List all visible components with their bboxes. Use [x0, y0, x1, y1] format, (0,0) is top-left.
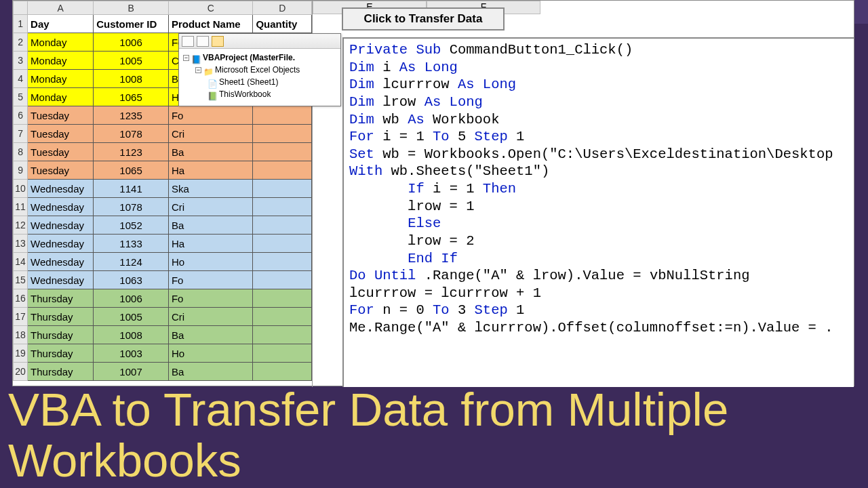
cell[interactable]: 1003	[94, 344, 169, 363]
row-header[interactable]: 7	[14, 125, 28, 143]
vba-project-explorer[interactable]: −📘VBAProject (MasterFile. −📁Microsoft Ex…	[178, 33, 341, 106]
row-header[interactable]: 1	[14, 15, 28, 33]
row-header[interactable]: 2	[14, 33, 28, 52]
cell[interactable]: 1133	[94, 235, 169, 253]
cell[interactable]: Product Name	[168, 15, 253, 33]
cell[interactable]: 1124	[94, 253, 169, 271]
view-code-icon[interactable]	[182, 36, 194, 47]
cell[interactable]: Monday	[28, 88, 94, 106]
cell[interactable]	[253, 180, 312, 198]
row-header[interactable]: 20	[14, 363, 28, 381]
cell[interactable]: Ba	[168, 326, 253, 344]
cell[interactable]: Ha	[168, 161, 253, 180]
cell[interactable]: Thursday	[28, 308, 94, 326]
cell[interactable]	[253, 271, 312, 289]
row-header[interactable]: 8	[14, 143, 28, 161]
transfer-data-button[interactable]: Click to Transfer Data	[342, 7, 505, 30]
cell[interactable]: 1005	[94, 52, 169, 70]
row-header[interactable]: 19	[14, 344, 28, 363]
cell[interactable]: Ba	[168, 216, 253, 235]
cell[interactable]: 1007	[94, 363, 169, 381]
cell[interactable]: 1065	[94, 161, 169, 180]
cell[interactable]	[253, 363, 312, 381]
cell[interactable]: 1065	[94, 88, 169, 106]
collapse-icon[interactable]: −	[183, 55, 189, 61]
cell[interactable]	[253, 344, 312, 363]
cell[interactable]	[253, 125, 312, 143]
cell[interactable]: Thursday	[28, 363, 94, 381]
cell[interactable]: Wednesday	[28, 235, 94, 253]
row-header[interactable]: 6	[14, 106, 28, 125]
cell[interactable]: Tuesday	[28, 161, 94, 180]
view-object-icon[interactable]	[197, 36, 209, 47]
cell[interactable]: Thursday	[28, 344, 94, 363]
cell[interactable]: Wednesday	[28, 253, 94, 271]
cell[interactable]	[253, 308, 312, 326]
cell[interactable]	[253, 198, 312, 216]
row-header[interactable]: 3	[14, 52, 28, 70]
cell[interactable]: Ha	[168, 235, 253, 253]
tree-item-sheet1[interactable]: Sheet1 (Sheet1)	[219, 76, 278, 88]
cell[interactable]: 1005	[94, 308, 169, 326]
cell[interactable]: Thursday	[28, 289, 94, 308]
cell[interactable]: Cri	[168, 198, 253, 216]
cell[interactable]: 1078	[94, 198, 169, 216]
cell[interactable]: Quantity	[253, 15, 312, 33]
cell[interactable]: Fo	[168, 106, 253, 125]
cell[interactable]: Ska	[168, 180, 253, 198]
cell[interactable]: Monday	[28, 70, 94, 88]
cell[interactable]: 1008	[94, 326, 169, 344]
cell[interactable]: Wednesday	[28, 198, 94, 216]
cell[interactable]: Tuesday	[28, 106, 94, 125]
row-header[interactable]: 18	[14, 326, 28, 344]
cell[interactable]	[253, 106, 312, 125]
collapse-icon[interactable]: −	[195, 67, 201, 73]
cell[interactable]: 1063	[94, 271, 169, 289]
col-header-C[interactable]: C	[168, 1, 253, 15]
cell[interactable]: 1078	[94, 125, 169, 143]
folder-toggle-icon[interactable]	[212, 36, 224, 47]
vba-code-pane[interactable]: Private Sub CommandButton1_Click()Dim i …	[342, 37, 854, 387]
cell[interactable]: Wednesday	[28, 180, 94, 198]
row-header[interactable]: 10	[14, 180, 28, 198]
cell[interactable]	[253, 253, 312, 271]
cell[interactable]: Ho	[168, 253, 253, 271]
cell[interactable]	[253, 289, 312, 308]
row-header[interactable]: 12	[14, 216, 28, 235]
row-header[interactable]: 5	[14, 88, 28, 106]
project-folder[interactable]: Microsoft Excel Objects	[215, 64, 300, 76]
cell[interactable]: Wednesday	[28, 216, 94, 235]
col-header-A[interactable]: A	[28, 1, 94, 15]
row-header[interactable]: 15	[14, 271, 28, 289]
cell[interactable]: Ho	[168, 344, 253, 363]
col-header-B[interactable]: B	[94, 1, 169, 15]
cell[interactable]: Customer ID	[94, 15, 169, 33]
cell[interactable]: Cri	[168, 308, 253, 326]
cell[interactable]: Fo	[168, 271, 253, 289]
row-header[interactable]: 14	[14, 253, 28, 271]
cell[interactable]: 1006	[94, 289, 169, 308]
cell[interactable]: Ba	[168, 143, 253, 161]
row-header[interactable]: 9	[14, 161, 28, 180]
cell[interactable]	[253, 326, 312, 344]
cell[interactable]: 1141	[94, 180, 169, 198]
cell[interactable]: Cri	[168, 125, 253, 143]
cell[interactable]: Wednesday	[28, 271, 94, 289]
col-header-D[interactable]: D	[253, 1, 312, 15]
cell[interactable]: 1123	[94, 143, 169, 161]
tree-item-thisworkbook[interactable]: ThisWorkbook	[219, 88, 271, 100]
row-header[interactable]: 16	[14, 289, 28, 308]
cell[interactable]: 1052	[94, 216, 169, 235]
cell[interactable]: 1008	[94, 70, 169, 88]
cell[interactable]	[253, 143, 312, 161]
project-root[interactable]: VBAProject (MasterFile.	[203, 52, 295, 64]
cell[interactable]: Tuesday	[28, 143, 94, 161]
row-header[interactable]: 13	[14, 235, 28, 253]
project-tree[interactable]: −📘VBAProject (MasterFile. −📁Microsoft Ex…	[179, 49, 340, 103]
cell[interactable]	[253, 235, 312, 253]
cell[interactable]: Fo	[168, 289, 253, 308]
row-header[interactable]: 17	[14, 308, 28, 326]
cell[interactable]: Monday	[28, 52, 94, 70]
row-header[interactable]: 4	[14, 70, 28, 88]
cell[interactable]: Tuesday	[28, 125, 94, 143]
